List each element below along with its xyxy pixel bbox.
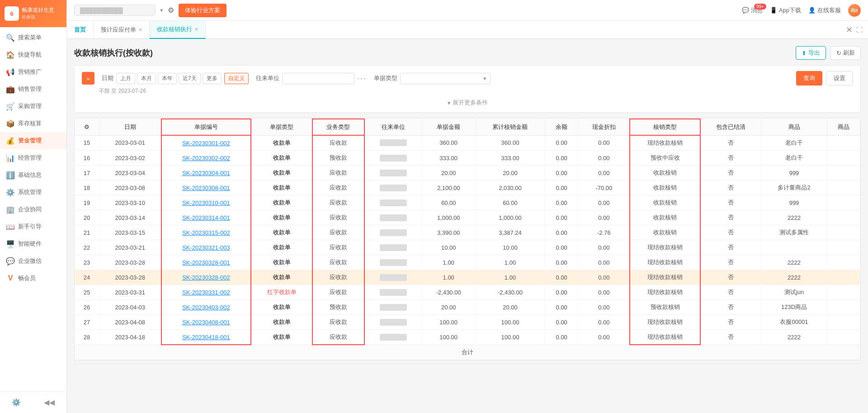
tab-collection[interactable]: 收款核销执行 × xyxy=(150,21,206,39)
sidebar-item-basic[interactable]: ℹ️ 基础信息 xyxy=(0,166,66,184)
filter-dots-btn[interactable]: ··· xyxy=(357,74,367,83)
tab-home[interactable]: 首页 xyxy=(67,21,94,39)
sidebar-item-purchase[interactable]: 🛒 采购管理 xyxy=(0,98,66,115)
tab-collection-close[interactable]: × xyxy=(195,26,198,33)
doc-no-link[interactable]: SK-20230314-001 xyxy=(182,214,230,221)
table-cell-accum: 2,030.00 xyxy=(475,180,545,195)
topbar-app-btn[interactable]: 📱 App下载 xyxy=(770,6,801,14)
doc-no-link[interactable]: SK-20230304-001 xyxy=(182,170,230,176)
table-cell-partner: ██████ xyxy=(364,315,422,330)
doc-no-link[interactable]: SK-20230331-002 xyxy=(182,289,230,296)
table-cell-doc-type: 收款单 xyxy=(251,195,312,210)
table-cell-date: 2023-04-08 xyxy=(99,315,161,330)
sidebar-item-search[interactable]: 🔍 搜索菜单 xyxy=(0,29,66,46)
sidebar-item-sales[interactable]: 💼 销售管理 xyxy=(0,81,66,98)
table-cell-write-off-type: 预收款核销 xyxy=(630,300,700,315)
service-icon: 👤 xyxy=(808,7,816,14)
sidebar-item-hardware[interactable]: 🖥️ 智能硬件 xyxy=(0,235,66,252)
table-cell-product1 xyxy=(761,240,827,255)
sidebar-item-marketing[interactable]: 📢 营销推广 xyxy=(0,63,66,81)
tab-prepay[interactable]: 预计应应付单 × xyxy=(94,21,150,39)
filter-more-date-btn[interactable]: 更多 xyxy=(203,73,222,84)
filter-partner-select[interactable] xyxy=(282,73,354,84)
filter-partner-group: 往来单位 ··· xyxy=(256,73,367,84)
topbar-search-box[interactable]: ▓▓▓▓▓▓▓▓▓▓ xyxy=(74,5,156,16)
tabs-close-all-btn[interactable]: ✕ xyxy=(846,25,853,35)
sidebar-item-guide[interactable]: 📖 新手引导 xyxy=(0,218,66,235)
sidebar-settings-btn[interactable]: ⚙️ xyxy=(9,395,24,409)
sidebar-item-system[interactable]: ⚙️ 系统管理 xyxy=(0,184,66,201)
filter-this-month-btn[interactable]: 本月 xyxy=(137,73,156,84)
doc-no-link[interactable]: SK-20230418-001 xyxy=(182,334,230,341)
table-cell-doc-type: 收款单 xyxy=(251,330,312,345)
table-cell-date: 2023-03-21 xyxy=(99,240,161,255)
hardware-icon: 🖥️ xyxy=(6,240,14,248)
doc-no-link[interactable]: SK-20230310-001 xyxy=(182,199,230,206)
table-cell-doc-type: 收款单 xyxy=(251,210,312,225)
filter-this-year-btn[interactable]: 本年 xyxy=(158,73,177,84)
table-cell-cash-discount: 0.00 xyxy=(578,195,630,210)
expand-more-conditions-btn[interactable]: ▾ 展开更多条件 xyxy=(448,99,488,107)
doc-no-link[interactable]: SK-20230328-002 xyxy=(182,274,230,281)
col-header-settings[interactable]: ⚙ xyxy=(75,119,99,135)
table-cell-cash-discount: 0.00 xyxy=(578,285,630,300)
table-cell-product1: 2222 xyxy=(761,255,827,270)
topbar-message-btn[interactable]: 💬 消息 99+ xyxy=(742,6,763,14)
doc-no-link[interactable]: SK-20230321-003 xyxy=(182,244,230,251)
table-cell-doc-no: SK-20230302-002 xyxy=(161,151,251,166)
export-btn[interactable]: ⬆ 导出 xyxy=(796,46,826,60)
tabs-bar: 首页 预计应应付单 × 收款核销执行 × ✕ ⛶ xyxy=(67,21,868,39)
table-cell-accum: 333.00 xyxy=(475,151,545,166)
table-cell-doc-type: 红字收款单 xyxy=(251,285,312,300)
filter-date-btns: 上月 本月 本年 近7天 更多 xyxy=(116,73,222,84)
sidebar-item-finance[interactable]: 💰 资金管理 xyxy=(0,132,66,149)
table-cell-product2 xyxy=(827,330,860,345)
table-cell-partner: ██████ xyxy=(364,180,422,195)
table-cell-include-settled: 否 xyxy=(700,240,761,255)
topbar-gear-icon[interactable]: ⚙ xyxy=(168,6,174,14)
table-cell-biz-type: 预收款 xyxy=(312,151,364,166)
filter-last-month-btn[interactable]: 上月 xyxy=(116,73,135,84)
filter-doctype-select[interactable]: ▾ xyxy=(400,73,491,84)
tab-prepay-close[interactable]: × xyxy=(139,27,142,33)
sidebar-item-inventory[interactable]: 📦 库存核算 xyxy=(0,115,66,132)
sidebar-item-operations[interactable]: 📊 经营管理 xyxy=(0,149,66,166)
table-cell-doc-no: SK-20230315-002 xyxy=(161,225,251,240)
doc-no-link[interactable]: SK-20230408-001 xyxy=(182,319,230,326)
table-cell-product1: 2222 xyxy=(761,270,827,285)
filter-expand-btn[interactable]: » xyxy=(82,72,94,85)
tabs-expand-btn[interactable]: ⛶ xyxy=(856,26,863,33)
table-horizontal-scrollbar[interactable] xyxy=(75,360,860,364)
filter-custom-date-btn[interactable]: 自定义 xyxy=(224,73,249,84)
doc-no-link[interactable]: SK-20230403-002 xyxy=(182,304,230,311)
table-cell-product2 xyxy=(827,151,860,166)
table-cell-doc-type: 收款单 xyxy=(251,135,312,151)
table-cell-product2 xyxy=(827,180,860,195)
table-cell-amount: 1.00 xyxy=(422,255,475,270)
doc-no-link[interactable]: SK-20230308-001 xyxy=(182,185,230,191)
filter-settings-btn[interactable]: 设置 xyxy=(826,71,853,85)
doc-no-link[interactable]: SK-20230301-002 xyxy=(182,140,230,147)
sidebar-collapse-btn[interactable]: ◀◀ xyxy=(41,395,57,409)
refresh-btn[interactable]: ↻ 刷新 xyxy=(830,46,861,60)
table-cell-include-settled: 否 xyxy=(700,315,761,330)
topbar-user-avatar[interactable]: Rit xyxy=(848,4,861,17)
filter-7days-btn[interactable]: 近7天 xyxy=(179,73,201,84)
sidebar-item-quick-nav[interactable]: 🏠 快捷导航 xyxy=(0,46,66,63)
topbar-dropdown-arrow[interactable]: ▾ xyxy=(160,7,163,14)
doc-no-link[interactable]: SK-20230328-001 xyxy=(182,259,230,266)
query-btn[interactable]: 查询 xyxy=(796,71,822,85)
table-cell-cash-discount: 0.00 xyxy=(578,210,630,225)
sidebar-item-company[interactable]: 🏢 企业协同 xyxy=(0,201,66,218)
sidebar-menu: 🔍 搜索菜单 🏠 快捷导航 📢 营销推广 💼 销售管理 🛒 采购管理 📦 库存核… xyxy=(0,27,66,391)
doc-no-link[interactable]: SK-20230315-002 xyxy=(182,229,230,236)
table-cell-doc-no: SK-20230331-002 xyxy=(161,285,251,300)
sidebar-item-wechat[interactable]: 💬 企业微信 xyxy=(0,252,66,270)
refresh-icon: ↻ xyxy=(836,50,841,57)
topbar-service-btn[interactable]: 👤 在线客服 xyxy=(808,6,841,14)
table-cell-doc-type: 收款单 xyxy=(251,166,312,180)
table-cell-write-off-type: 收款核销 xyxy=(630,195,700,210)
industry-solution-btn[interactable]: 体验行业方案 xyxy=(179,4,226,17)
sidebar-item-member[interactable]: V 畅会员 xyxy=(0,270,66,287)
doc-no-link[interactable]: SK-20230302-002 xyxy=(182,155,230,161)
